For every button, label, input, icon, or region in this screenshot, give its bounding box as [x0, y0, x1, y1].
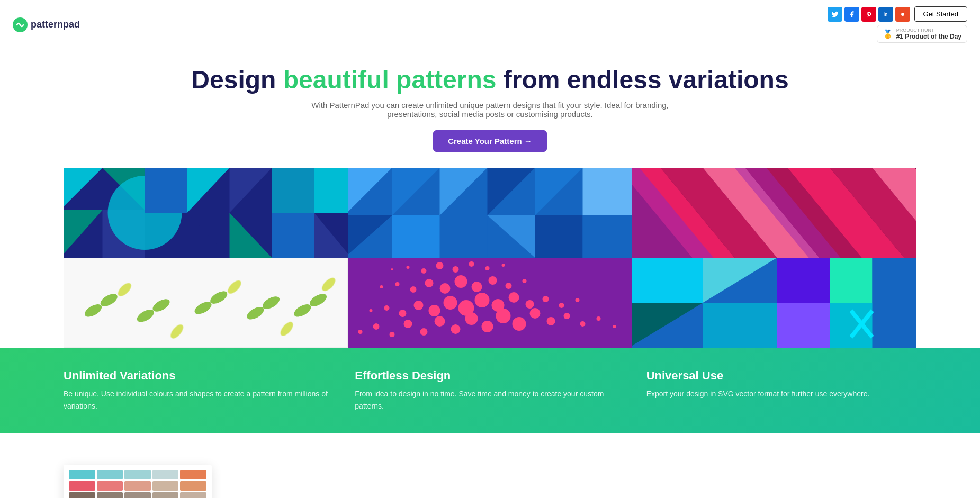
svg-point-91	[425, 279, 434, 287]
headline-green: beautiful patterns	[283, 66, 497, 94]
svg-point-89	[395, 282, 400, 286]
svg-point-99	[407, 266, 410, 269]
svg-point-67	[513, 317, 526, 331]
palette-grid	[64, 465, 212, 498]
hero-subtext: With PatternPad you can create unlimited…	[305, 101, 676, 119]
palette-color-cell[interactable]	[69, 481, 95, 491]
svg-point-70	[564, 313, 570, 319]
logo-icon	[13, 17, 28, 32]
svg-point-104	[485, 266, 490, 270]
svg-rect-115	[873, 258, 917, 303]
feature-1-desc: Be unique. Use individual colours and sh…	[64, 388, 334, 412]
product-day-badge[interactable]: 🥇 PRODUCT HUNT #1 Product of the Day	[877, 25, 967, 43]
svg-rect-113	[830, 258, 873, 303]
header-right: in Get Started 🥇 PRODUCT HUNT #1 Product…	[828, 6, 967, 43]
logo[interactable]: patternpad	[13, 17, 80, 32]
pattern-6[interactable]	[632, 258, 916, 348]
feature-2-desc: From idea to design in no time. Save tim…	[355, 388, 625, 412]
svg-marker-29	[583, 215, 633, 258]
feature-3: Universal Use Export your design in SVG …	[646, 369, 916, 412]
pattern-2[interactable]	[348, 168, 632, 258]
svg-marker-27	[583, 168, 633, 215]
hero-headline: Design beautiful patterns from endless v…	[11, 65, 969, 94]
pattern-4[interactable]	[64, 258, 348, 348]
palette-color-cell[interactable]	[124, 470, 151, 479]
palette-color-cell[interactable]	[124, 481, 151, 491]
svg-point-105	[502, 264, 505, 267]
svg-marker-14	[272, 213, 314, 258]
svg-point-94	[472, 282, 482, 292]
svg-point-90	[410, 286, 417, 293]
svg-point-59	[390, 332, 395, 337]
svg-point-57	[358, 330, 363, 334]
palette-color-cell[interactable]	[152, 470, 179, 479]
headline-part1: Design	[191, 66, 283, 94]
feature-1: Unlimited Variations Be unique. Use indi…	[64, 369, 334, 412]
linkedin-btn[interactable]: in	[878, 7, 893, 22]
svg-point-73	[613, 325, 616, 328]
medal-icon: 🥇	[883, 29, 893, 39]
svg-point-69	[547, 317, 555, 325]
svg-point-87	[576, 298, 580, 302]
svg-point-97	[523, 279, 527, 283]
twitter-btn[interactable]	[828, 7, 842, 22]
svg-point-78	[429, 305, 440, 316]
feature-3-title: Universal Use	[646, 369, 916, 383]
pattern-3[interactable]	[632, 168, 916, 258]
logo-text: patternpad	[31, 19, 80, 30]
svg-rect-107	[632, 258, 703, 303]
pattern-grid	[0, 168, 980, 348]
social-buttons: in	[828, 7, 910, 22]
palette-color-cell[interactable]	[124, 492, 151, 498]
svg-point-95	[489, 276, 497, 285]
svg-point-101	[436, 262, 444, 269]
pattern-5[interactable]	[348, 258, 632, 348]
facebook-btn[interactable]	[844, 7, 859, 22]
svg-point-75	[384, 305, 390, 311]
svg-marker-15	[314, 168, 348, 213]
hero-section: Design beautiful patterns from endless v…	[0, 49, 980, 162]
svg-rect-114	[830, 303, 873, 348]
header: patternpad in Get Started 🥇	[0, 0, 980, 49]
svg-point-96	[506, 283, 512, 289]
svg-point-63	[451, 324, 461, 334]
pinterest-btn[interactable]	[861, 7, 876, 22]
palette-color-cell[interactable]	[180, 470, 206, 479]
svg-point-88	[380, 285, 383, 288]
palette-color-cell[interactable]	[180, 492, 206, 498]
svg-point-62	[435, 316, 445, 327]
palette-color-cell[interactable]	[69, 492, 95, 498]
palette-color-cell[interactable]	[97, 492, 123, 498]
svg-point-100	[421, 268, 427, 274]
palette-color-cell[interactable]	[97, 481, 123, 491]
svg-point-60	[404, 320, 412, 328]
feature-1-title: Unlimited Variations	[64, 369, 334, 383]
palette-color-cell[interactable]	[69, 470, 95, 479]
palette-color-cell[interactable]	[152, 481, 179, 491]
cta-button[interactable]: Create Your Pattern →	[433, 130, 547, 152]
svg-point-84	[526, 300, 534, 309]
features-band: Unlimited Variations Be unique. Use indi…	[0, 348, 980, 433]
svg-point-80	[458, 300, 474, 316]
svg-point-61	[420, 328, 428, 336]
svg-marker-21	[392, 215, 440, 258]
svg-point-76	[399, 310, 407, 317]
pattern-1[interactable]	[64, 168, 348, 258]
palette-color-cell[interactable]	[180, 481, 206, 491]
svg-point-86	[559, 303, 564, 308]
svg-point-79	[444, 296, 457, 310]
palette-color-cell[interactable]	[152, 492, 179, 498]
svg-point-82	[492, 299, 505, 312]
svg-point-77	[414, 301, 424, 310]
stumbleupon-btn[interactable]	[895, 7, 910, 22]
svg-point-103	[469, 261, 474, 267]
get-started-button[interactable]: Get Started	[914, 6, 967, 22]
headline-part2: from endless variations	[496, 66, 788, 94]
svg-marker-112	[777, 303, 830, 348]
palette-section: Choose from hand-picked colour palettes …	[0, 433, 980, 498]
feature-3-desc: Export your design in SVG vector format …	[646, 388, 916, 400]
product-day-text: PRODUCT HUNT #1 Product of the Day	[896, 28, 961, 40]
svg-marker-12	[272, 168, 314, 213]
svg-point-102	[453, 266, 459, 273]
palette-color-cell[interactable]	[97, 470, 123, 479]
